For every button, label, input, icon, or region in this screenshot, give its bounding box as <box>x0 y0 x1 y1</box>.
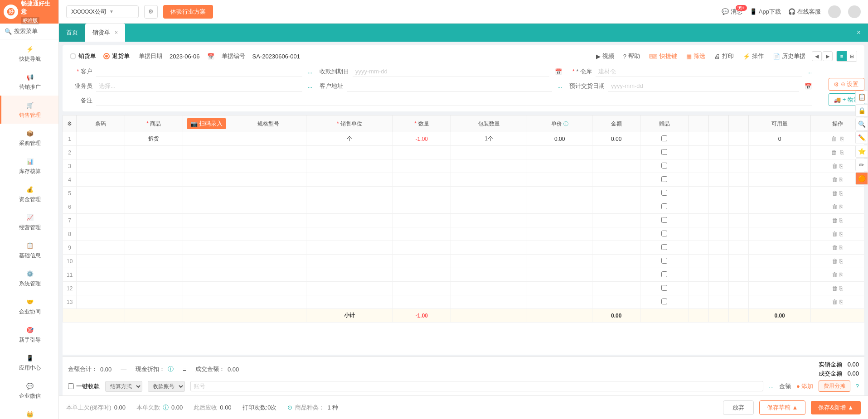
tabbar-close-btn[interactable]: × <box>857 29 868 37</box>
one-click-checkbox[interactable] <box>68 383 74 389</box>
row-barcode-2[interactable] <box>77 146 125 159</box>
row-gift-2[interactable] <box>640 146 689 159</box>
tab-sales-order[interactable]: 销货单 × <box>85 24 125 42</box>
warehouse-input[interactable] <box>596 66 802 77</box>
th-settings[interactable]: ⚙ <box>63 116 77 132</box>
scan-btn[interactable]: 📷 扫码录入 <box>187 118 226 129</box>
right-tool-orange[interactable]: 🟠 <box>855 172 868 185</box>
row-amount-1[interactable]: 0.00 <box>592 132 640 146</box>
video-btn[interactable]: ▶ 视频 <box>593 51 617 62</box>
expense-help-icon[interactable]: ? <box>856 383 859 390</box>
th-empty3 <box>728 116 748 132</box>
sidebar-item-guide[interactable]: 🎯 新手引导 <box>0 320 58 348</box>
save-new-btn[interactable]: 保存&新增 ▲ <box>811 401 861 414</box>
right-tool-pencil[interactable]: ✏ <box>855 159 868 171</box>
customer-addr-suffix[interactable]: ... <box>558 83 562 89</box>
sidebar-item-sales[interactable]: 🛒 销售管理 <box>0 96 58 124</box>
sidebar-item-quick-nav[interactable]: ⚡ 快捷导航 <box>0 39 58 67</box>
salesperson-suffix[interactable]: ... <box>308 83 312 89</box>
shortcut-btn[interactable]: ⌨ 快捷键 <box>646 51 680 62</box>
radio-return-order[interactable]: 退货单 <box>103 52 130 60</box>
due-date-input[interactable] <box>353 66 549 77</box>
action-btn[interactable]: ⚡ 操作 <box>740 51 766 62</box>
sidebar-item-purchase[interactable]: 📦 采购管理 <box>0 124 58 152</box>
row-spec-2[interactable] <box>230 146 306 159</box>
row-product-1[interactable]: 拆货 <box>125 132 183 146</box>
user-avatar[interactable] <box>828 5 841 18</box>
print-btn[interactable]: 🖨 打印 <box>712 51 737 62</box>
sidebar-item-member[interactable]: 👑 畅会员 <box>0 405 58 419</box>
row-pack-1[interactable]: 1个 <box>451 132 527 146</box>
sidebar-item-marketing[interactable]: 📢 营销推广 <box>0 67 58 96</box>
customer-addr-input[interactable] <box>347 81 552 92</box>
discard-btn[interactable]: 放弃 <box>723 400 754 415</box>
right-tool-edit[interactable]: ✏️ <box>855 131 868 144</box>
right-tool-lock[interactable]: 🔒 <box>855 104 868 117</box>
row-qty-2[interactable] <box>393 146 451 159</box>
help-btn[interactable]: ? 帮助 <box>621 51 643 62</box>
message-btn[interactable]: 💬 消息 99+ <box>722 8 742 16</box>
delete-icon-1[interactable]: 🗑 <box>831 135 837 142</box>
salesperson-input[interactable] <box>96 81 302 92</box>
sidebar-item-finance[interactable]: 💰 资金管理 <box>0 180 58 208</box>
sidebar-item-system[interactable]: ⚙️ 系统管理 <box>0 264 58 292</box>
sidebar-item-enterprise[interactable]: 🤝 企业协同 <box>0 292 58 320</box>
row-price-1[interactable]: 0.00 <box>527 132 592 146</box>
sidebar-item-inventory[interactable]: 📊 库存核算 <box>0 152 58 180</box>
row-barcode-1[interactable] <box>77 132 125 146</box>
add-btn[interactable]: ● 添加 <box>796 382 813 390</box>
radio-sales-order[interactable]: 销货单 <box>70 52 96 60</box>
copy-icon-1[interactable]: ⎘ <box>840 135 844 142</box>
sidebar-item-basics[interactable]: 📋 基础信息 <box>0 236 58 264</box>
warehouse-suffix[interactable]: ... <box>807 68 812 75</box>
search-menu[interactable]: 🔍 搜索菜单 <box>0 24 58 39</box>
save-draft-btn[interactable]: 保存草稿 ▲ <box>759 400 806 415</box>
row-price-2[interactable] <box>527 146 592 159</box>
next-arrow[interactable]: ▶ <box>823 51 833 61</box>
table-container[interactable]: ⚙ 条码 * 商品 📷 扫码录入 规格型号 * <box>63 115 864 355</box>
prev-arrow[interactable]: ◀ <box>812 51 822 61</box>
app-download-btn[interactable]: 📱 App下载 <box>750 8 781 16</box>
right-tool-search[interactable]: 🔍 <box>855 118 868 130</box>
th-scan[interactable]: 📷 扫码录入 <box>183 116 230 132</box>
sidebar-item-wechat[interactable]: 💬 企业微信 <box>0 376 58 405</box>
user-avatar2[interactable] <box>848 5 861 18</box>
copy-icon-2[interactable]: ⎘ <box>840 149 844 156</box>
one-click-payment[interactable]: 一键收款 <box>68 382 100 390</box>
right-tool-star[interactable]: ⭐ <box>855 145 868 158</box>
row-gift-1[interactable] <box>640 132 689 146</box>
expected-date-calendar-icon[interactable]: 📅 <box>805 83 812 90</box>
expense-btn[interactable]: 费用分摊 <box>819 380 850 392</box>
settings-side-btn[interactable]: ⚙ ⊙ 设置 <box>829 78 864 91</box>
expected-date-input[interactable] <box>608 81 799 92</box>
settlement-method-select[interactable]: 结算方式 <box>105 381 142 392</box>
row-amount-2[interactable] <box>592 146 640 159</box>
customer-suffix[interactable]: ... <box>308 68 312 75</box>
filter-btn[interactable]: ▦ 筛选 <box>684 51 708 62</box>
list-view-btn[interactable]: ≡ <box>837 51 847 61</box>
row-qty-1[interactable]: -1.00 <box>393 132 451 146</box>
right-tool-clipboard[interactable]: 📋 <box>855 91 868 103</box>
sidebar-item-apps[interactable]: 📱 应用中心 <box>0 348 58 376</box>
history-btn[interactable]: 📄 历史单据 <box>770 51 808 62</box>
trial-button[interactable]: 体验行业方案 <box>163 5 213 19</box>
online-service-btn[interactable]: 🎧 在线客服 <box>788 8 821 16</box>
row-pack-2[interactable] <box>451 146 527 159</box>
tab-home[interactable]: 首页 <box>59 24 85 42</box>
company-selector[interactable]: XXXXXX公司 ▼ <box>66 5 139 18</box>
settings-btn[interactable]: ⚙ <box>144 5 158 19</box>
customer-input[interactable] <box>96 66 302 77</box>
row-spec-1[interactable] <box>230 132 306 146</box>
sidebar-item-operations[interactable]: 📈 经营管理 <box>0 208 58 236</box>
row-product-2[interactable] <box>125 146 183 159</box>
due-date-calendar-icon[interactable]: 📅 <box>555 68 562 75</box>
grid-view-btn[interactable]: ⊞ <box>847 51 857 61</box>
delete-icon-2[interactable]: 🗑 <box>831 149 837 156</box>
account-input[interactable] <box>190 381 763 391</box>
account-suffix[interactable]: ... <box>769 383 774 390</box>
note-input[interactable] <box>96 95 812 106</box>
tab-close-icon[interactable]: × <box>115 29 118 36</box>
row-unit-1[interactable]: 个 <box>306 132 393 146</box>
account-select[interactable]: 收款账号 <box>148 381 185 392</box>
row-unit-2[interactable] <box>306 146 393 159</box>
